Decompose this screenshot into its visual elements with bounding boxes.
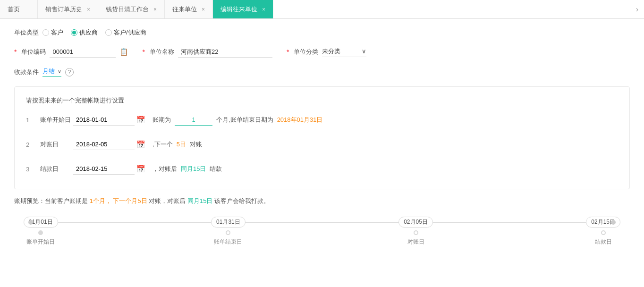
timeline-date-2: 01月31日 — [211, 217, 246, 228]
unit-code-required: * — [14, 48, 17, 56]
tab-cash-work[interactable]: 钱货日清工作台 × — [98, 0, 165, 18]
timeline-label-1: 账单开始日 — [26, 238, 55, 246]
timeline-label-2: 账单结束日 — [214, 238, 242, 246]
unit-name-label: 单位名称 — [150, 48, 174, 56]
unit-type-row: 单位类型 客户 供应商 客户/供应商 — [14, 28, 630, 37]
start-date-input[interactable] — [73, 114, 135, 126]
unit-code-field: * 单位编码 📋 — [14, 46, 128, 58]
unit-category-label: 单位分类 — [294, 48, 318, 56]
reconcile-date-row: 2 对账日 📅 ,下一个 5日 对账 — [26, 139, 618, 150]
preview-p1: 1个月， — [90, 197, 111, 204]
timeline-end-cap — [611, 220, 616, 225]
radio-both-label: 客户/供应商 — [114, 28, 146, 37]
period-months-input[interactable] — [175, 114, 212, 126]
payment-terms-dropdown[interactable]: 月结 ∨ — [42, 67, 61, 77]
timeline-points: 01月01日 账单开始日 01月31日 账单结束日 02月05日 对账日 02月… — [24, 217, 620, 246]
unit-category-field: * 单位分类 未分类 ∨ — [287, 47, 366, 57]
payment-terms-label: 收款条件 — [14, 68, 39, 76]
timeline-dot-2 — [226, 230, 230, 235]
unit-code-copy-icon[interactable]: 📋 — [119, 48, 128, 56]
row3-desc-prefix: ，对账后 — [153, 165, 177, 173]
radio-supplier-circle — [71, 29, 77, 36]
tab-edit-partner-label: 编辑往来单位 — [220, 5, 257, 14]
tab-bar: 首页 销售订单历史 × 钱货日清工作台 × 往来单位 × 编辑往来单位 × › — [0, 0, 644, 19]
help-icon[interactable]: ? — [65, 68, 74, 76]
row3-highlight: 同月15日 — [181, 165, 206, 173]
row3-num: 3 — [26, 166, 40, 173]
timeline-dot-3 — [414, 230, 418, 235]
row2-num: 2 — [26, 141, 40, 148]
payment-terms-arrow-icon[interactable]: ∨ — [58, 68, 61, 75]
tab-partner-label: 往来单位 — [172, 5, 197, 14]
main-content: 单位类型 客户 供应商 客户/供应商 — [0, 19, 644, 287]
unit-category-value: 未分类 — [322, 47, 360, 56]
unit-code-input[interactable] — [50, 46, 116, 58]
period-section: 请按照未来的一个完整帐期进行设置 1 账单开始日 📅 账期为 个月,账单结束日期… — [14, 86, 630, 189]
tab-sales-history-label: 销售订单历史 — [45, 5, 82, 14]
preview-p3: 同月15日 — [187, 197, 212, 204]
unit-name-field: * 单位名称 — [142, 46, 272, 58]
row2-highlight: 5日 — [177, 140, 186, 149]
tab-partner-close[interactable]: × — [202, 6, 205, 13]
payment-terms-row: 收款条件 月结 ∨ ? — [14, 67, 630, 77]
tab-edit-partner[interactable]: 编辑往来单位 × — [213, 0, 273, 18]
timeline-start-cap — [28, 220, 33, 225]
reconcile-date-input[interactable] — [73, 139, 135, 150]
tab-cash-work-close[interactable]: × — [153, 6, 157, 13]
tab-cash-work-label: 钱货日清工作台 — [106, 5, 149, 14]
radio-supplier-label: 供应商 — [79, 28, 98, 37]
timeline-date-3: 02月05日 — [398, 217, 433, 228]
payment-terms-value: 月结 — [42, 67, 55, 76]
row2-label: 对账日 — [40, 140, 73, 149]
preview-label: 账期预览：当前客户账期是 — [14, 197, 88, 204]
tab-home-label: 首页 — [8, 5, 20, 14]
timeline-dot-4 — [601, 230, 606, 235]
unit-info-row: * 单位编码 📋 * 单位名称 * 单位分类 未分类 ∨ — [14, 46, 630, 58]
unit-category-required: * — [287, 48, 289, 56]
radio-customer[interactable]: 客户 — [42, 28, 63, 37]
preview-text: 账期预览：当前客户账期是 1个月， 下一个月5日 对账，对账后 同月15日 该客… — [14, 197, 630, 205]
row1-desc-unit: 个月,账单结束日期为 — [216, 116, 273, 124]
tab-home[interactable]: 首页 — [0, 0, 38, 18]
payment-date-row: 3 结款日 📅 ，对账后 同月15日 结款 — [26, 163, 618, 175]
tab-sales-history[interactable]: 销售订单历史 × — [38, 0, 98, 18]
tab-sales-history-close[interactable]: × — [87, 6, 90, 13]
unit-type-radio-group: 客户 供应商 客户/供应商 — [42, 28, 146, 37]
row2-desc-prefix: ,下一个 — [153, 140, 173, 149]
unit-category-dropdown[interactable]: 未分类 ∨ — [322, 47, 366, 57]
radio-supplier[interactable]: 供应商 — [71, 28, 98, 37]
unit-name-input[interactable] — [178, 46, 272, 58]
payment-terms-field: 收款条件 月结 ∨ ? — [14, 67, 74, 77]
preview-p2: 下一个月5日 — [113, 197, 147, 204]
tab-partner[interactable]: 往来单位 × — [165, 0, 213, 18]
timeline-point-3: 02月05日 对账日 — [398, 217, 433, 246]
row3-desc-suffix: 结款 — [210, 165, 222, 173]
timeline-point-2: 01月31日 账单结束日 — [211, 217, 246, 246]
row1-label: 账单开始日 — [40, 116, 73, 124]
unit-code-label: 单位编码 — [21, 48, 46, 56]
tab-edit-partner-close[interactable]: × — [262, 6, 265, 13]
row1-num: 1 — [26, 117, 40, 124]
radio-both-circle — [105, 29, 112, 36]
start-date-cal-icon[interactable]: 📅 — [136, 116, 145, 124]
timeline-label-4: 结款日 — [595, 238, 612, 246]
preview-end: 该客户会给我打款。 — [214, 197, 270, 204]
unit-name-required: * — [142, 48, 144, 56]
radio-both[interactable]: 客户/供应商 — [105, 28, 146, 37]
unit-category-arrow-icon[interactable]: ∨ — [362, 48, 366, 55]
unit-type-label: 单位类型 — [14, 28, 39, 37]
timeline: 01月01日 账单开始日 01月31日 账单结束日 02月05日 对账日 02月… — [14, 217, 630, 246]
preview-mid: 对账，对账后 — [149, 197, 186, 204]
radio-customer-label: 客户 — [51, 28, 63, 37]
row1-end-date: 2018年01月31日 — [277, 116, 323, 124]
reconcile-date-cal-icon[interactable]: 📅 — [136, 140, 145, 149]
timeline-dot-1 — [38, 230, 43, 235]
row2-desc-suffix: 对账 — [190, 140, 202, 149]
payment-date-cal-icon[interactable]: 📅 — [136, 165, 145, 173]
payment-date-input[interactable] — [73, 163, 135, 175]
row3-label: 结款日 — [40, 165, 73, 173]
timeline-label-3: 对账日 — [407, 238, 424, 246]
start-date-row: 1 账单开始日 📅 账期为 个月,账单结束日期为 2018年01月31日 — [26, 114, 618, 126]
tab-expand-button[interactable]: › — [630, 0, 644, 18]
radio-customer-circle — [42, 29, 49, 36]
